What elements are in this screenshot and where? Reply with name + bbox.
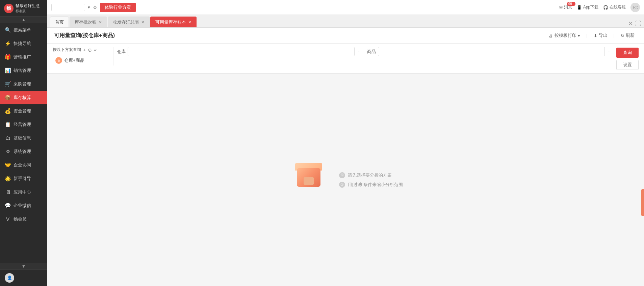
settings-icon[interactable]: ⚙ — [93, 5, 97, 10]
page-header-actions: 🖨 按模板打印 ▾ | ⬇ 导出 | ↻ 刷新 — [546, 31, 637, 40]
sidebar-item-member[interactable]: V 畅会员 — [0, 212, 47, 226]
sidebar-item-system[interactable]: ⚙ 系统管理 — [0, 145, 47, 158]
sidebar-scroll-up[interactable]: ▲ — [0, 17, 47, 23]
print-template-button[interactable]: 🖨 按模板打印 ▾ — [546, 31, 583, 40]
logo-badge: 标准版 — [16, 9, 40, 14]
page-header: 可用量查询(按仓库+商品) 🖨 按模板打印 ▾ | ⬇ 导出 | ↻ 刷新 — [47, 28, 644, 44]
filter-field-product: 商品 ··· — [367, 47, 613, 56]
sidebar-item-shortcut[interactable]: ⚡ 快捷导航 — [0, 37, 47, 50]
shortcut-icon: ⚡ — [5, 41, 11, 47]
hint-1-text: 请先选择要分析的方案 — [348, 172, 392, 178]
sidebar-item-label: 系统管理 — [14, 149, 31, 155]
sidebar-item-label: 基础信息 — [14, 135, 31, 141]
warehouse-label: 仓库 — [117, 49, 126, 55]
topbar-right: ✉ 消息 99+ 📱 App下载 🎧 在线客服 Rit — [559, 3, 640, 12]
filter-scheme-header: 按以下方案查询 + ⊙ « — [53, 47, 109, 53]
filter-area: 按以下方案查询 + ⊙ « ⊕ 仓库+商品 仓库 ··· — [47, 44, 644, 74]
sidebar: 畅 畅康通好生意 标准版 ▲ 🔍 搜索菜单 ⚡ 快捷导航 🎁 营销推广 📊 销售… — [0, 0, 47, 286]
tab-available-label: 可用量库存账本 — [155, 19, 186, 25]
customer-service-link[interactable]: 🎧 在线客服 — [603, 4, 626, 10]
box-icon: 📦 — [5, 95, 11, 101]
sidebar-item-collab[interactable]: 🤝 企业协同 — [0, 158, 47, 172]
sidebar-scroll-down[interactable]: ▼ — [0, 263, 47, 269]
tabs-right-actions: ✕ ⛶ — [625, 20, 644, 27]
hint-2-text: 用[过滤]条件来缩小分析范围 — [348, 182, 403, 188]
tab-batch-close-icon[interactable]: ✕ — [99, 20, 102, 25]
product-more-button[interactable]: ··· — [607, 49, 613, 54]
trial-industry-button[interactable]: 体验行业方案 — [100, 3, 136, 12]
add-scheme-icon[interactable]: + — [83, 47, 86, 53]
monitor-icon: 🖥 — [5, 189, 11, 195]
clipboard-icon: 📋 — [5, 122, 11, 128]
scheme-warehouse-product[interactable]: ⊕ 仓库+商品 — [53, 55, 109, 66]
vip-icon: V — [5, 216, 11, 222]
breadcrumb — [51, 4, 85, 11]
tab-home[interactable]: 首页 — [50, 17, 69, 27]
tab-available[interactable]: 可用量库存账本 ✕ — [150, 17, 197, 27]
page-content: 可用量查询(按仓库+商品) 🖨 按模板打印 ▾ | ⬇ 导出 | ↻ 刷新 — [47, 28, 644, 286]
messages-button[interactable]: ✉ 消息 99+ — [559, 4, 572, 10]
empty-hints: ① 请先选择要分析的方案 ② 用[过滤]条件来缩小分析范围 — [339, 172, 403, 188]
export-button[interactable]: ⬇ 导出 — [591, 31, 610, 40]
print-icon: 🖨 — [549, 33, 553, 38]
filter-row-warehouse: 仓库 ··· 商品 ··· — [117, 47, 613, 56]
tab-batch[interactable]: 库存批次账 ✕ — [70, 17, 107, 27]
scheme-label: 仓库+商品 — [64, 57, 84, 63]
sidebar-item-basic[interactable]: 🗂 基础信息 — [0, 131, 47, 145]
tab-summary-close-icon[interactable]: ✕ — [141, 20, 145, 25]
logo-icon: 畅 — [4, 4, 14, 13]
filter-right-buttons: 查询 设置 — [616, 47, 639, 70]
cart-icon: 🛒 — [5, 81, 11, 87]
warehouse-more-button[interactable]: ··· — [357, 49, 363, 54]
sidebar-item-label: 企业协同 — [14, 162, 31, 168]
tab-home-label: 首页 — [55, 19, 64, 25]
scheme-settings-icon[interactable]: ⊙ — [88, 47, 92, 53]
tab-batch-label: 库存批次账 — [75, 19, 97, 25]
folder-icon: 🗂 — [5, 135, 11, 141]
collapse-panel-icon[interactable]: « — [94, 47, 97, 53]
sidebar-nav: 🔍 搜索菜单 ⚡ 快捷导航 🎁 营销推广 📊 销售管理 🛒 采购管理 📦 库存核… — [0, 23, 47, 263]
sidebar-item-inventory[interactable]: 📦 库存核算 — [0, 91, 47, 104]
sidebar-item-label: 营销推广 — [14, 54, 31, 60]
warehouse-input[interactable] — [128, 47, 355, 56]
money-icon: 💰 — [5, 108, 11, 114]
refresh-button[interactable]: ↻ 刷新 — [618, 31, 637, 40]
filter-field-warehouse: 仓库 ··· — [117, 47, 363, 56]
sidebar-item-marketing[interactable]: 🎁 营销推广 — [0, 50, 47, 64]
sidebar-item-finance[interactable]: 💰 资金管理 — [0, 104, 47, 118]
user-avatar[interactable]: Rit — [630, 3, 640, 12]
logo-text: 畅康通好生意 — [16, 3, 40, 9]
sidebar-item-label: 企业微信 — [14, 203, 31, 209]
main-area: ▾ ⚙ 体验行业方案 ✉ 消息 99+ 📱 App下载 🎧 在线客服 Rit — [47, 0, 644, 286]
sidebar-item-label: 库存核算 — [14, 95, 31, 101]
app-download-link[interactable]: 📱 App下载 — [577, 4, 598, 10]
filter-settings-button[interactable]: 设置 — [616, 60, 639, 70]
tabs-bar: 首页 库存批次账 ✕ 收发存汇总表 ✕ 可用量库存账本 ✕ ✕ ⛶ — [47, 15, 644, 28]
product-input[interactable] — [378, 47, 605, 56]
avatar[interactable]: 👤 — [5, 273, 14, 283]
search-input[interactable] — [51, 4, 85, 11]
tab-summary-label: 收发存汇总表 — [113, 19, 139, 25]
sidebar-footer-user[interactable]: 👤 — [0, 269, 47, 286]
sidebar-item-operation[interactable]: 📋 经营管理 — [0, 118, 47, 131]
close-tab-button[interactable]: ✕ — [628, 20, 633, 27]
tab-summary[interactable]: 收发存汇总表 ✕ — [108, 17, 150, 27]
wechat-icon: 💬 — [5, 203, 11, 209]
sidebar-item-newbie[interactable]: 🌟 新手引导 — [0, 172, 47, 185]
filter-scheme-title: 按以下方案查询 — [53, 47, 81, 53]
right-edge-bar[interactable] — [641, 189, 644, 216]
sidebar-item-label: 搜索菜单 — [14, 27, 31, 33]
dropdown-chevron-icon[interactable]: ▾ — [88, 5, 90, 10]
expand-tab-button[interactable]: ⛶ — [635, 20, 641, 27]
sidebar-item-label: 畅会员 — [14, 216, 27, 222]
chart-icon: 📊 — [5, 68, 11, 74]
sidebar-item-purchase[interactable]: 🛒 采购管理 — [0, 77, 47, 91]
tab-available-close-icon[interactable]: ✕ — [188, 20, 191, 25]
sidebar-item-appcenter[interactable]: 🖥 应用中心 — [0, 185, 47, 199]
query-button[interactable]: 查询 — [616, 48, 639, 58]
refresh-icon: ↻ — [621, 33, 624, 38]
empty-state: ① 请先选择要分析的方案 ② 用[过滤]条件来缩小分析范围 — [47, 74, 644, 286]
sidebar-item-wechat[interactable]: 💬 企业微信 — [0, 199, 47, 212]
sidebar-item-search[interactable]: 🔍 搜索菜单 — [0, 23, 47, 37]
sidebar-item-sales[interactable]: 📊 销售管理 — [0, 64, 47, 77]
